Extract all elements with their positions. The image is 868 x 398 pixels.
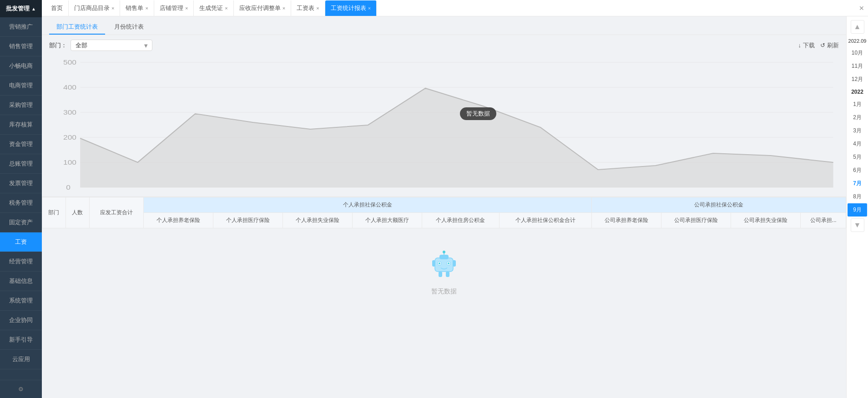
table-empty-row: 暂无数据 — [42, 228, 846, 314]
sidebar-footer[interactable]: ⚙ — [0, 380, 42, 398]
tab-close-icon-3[interactable]: × — [185, 5, 188, 11]
refresh-button[interactable]: ↺ 刷新 — [820, 41, 839, 50]
sub-tab-0[interactable]: 部门工资统计表 — [49, 20, 105, 35]
svg-point-19 — [439, 262, 440, 264]
col-total-salary: 应发工资合计 — [89, 197, 143, 228]
chart-container: 0 100 200 300 400 500 — [49, 55, 839, 192]
tab-close-icon-1[interactable]: × — [111, 5, 114, 11]
col-company-pension: 公司承担养老保险 — [592, 213, 661, 228]
timeline-month-1[interactable]: 11月 — [848, 60, 868, 73]
col-dept: 部门 — [42, 197, 66, 228]
right-panel-down-button[interactable]: ▼ — [851, 218, 864, 232]
sidebar-item-销售管理[interactable]: 销售管理 — [0, 37, 42, 56]
sidebar-item-工资[interactable]: 工资 — [0, 232, 42, 252]
timeline-month-9[interactable]: 6月 — [848, 164, 868, 177]
stats-table: 部门 人数 应发工资合计 个人承担社保公积金 公司承担社保公积金 个人承担养老保… — [42, 197, 846, 314]
col-personal-pension: 个人承担养老保险 — [144, 213, 213, 228]
sidebar-item-固定资产[interactable]: 固定资产 — [0, 213, 42, 232]
sidebar-item-基础信息[interactable]: 基础信息 — [0, 272, 42, 291]
timeline-month-2[interactable]: 12月 — [848, 73, 868, 86]
sidebar-item-营销推广[interactable]: 营销推广 — [0, 17, 42, 37]
svg-rect-14 — [439, 255, 449, 259]
download-icon: ↓ — [798, 42, 802, 49]
sidebar-item-小畅电商[interactable]: 小畅电商 — [0, 56, 42, 76]
top-tabs-bar: 首页门店商品目录×销售单×店铺管理×生成凭证×应收应付调整单×工资表×工资统计报… — [42, 0, 868, 16]
svg-text:300: 300 — [63, 109, 76, 116]
col-company-medical: 公司承担医疗保险 — [661, 213, 731, 228]
svg-rect-23 — [439, 272, 442, 277]
tab-close-icon-5[interactable]: × — [283, 5, 285, 11]
sidebar-item-新手引导[interactable]: 新手引导 — [0, 330, 42, 350]
content-inner: 部门工资统计表月份统计表 部门： 全部 ▼ ↓ 下载 — [42, 16, 868, 398]
col-group-personal: 个人承担社保公积金 — [144, 197, 592, 213]
sidebar-item-税务管理[interactable]: 税务管理 — [0, 193, 42, 213]
right-panel: ▲ 2022.0910月11月12月20221月2月3月4月5月6月7月8月9月… — [846, 16, 868, 398]
toolbar-left: 部门： 全部 ▼ — [49, 40, 152, 51]
col-personal-unemployment: 个人承担失业保险 — [283, 213, 353, 228]
top-tab-5[interactable]: 应收应付调整单× — [234, 0, 291, 16]
content-main: 部门工资统计表月份统计表 部门： 全部 ▼ ↓ 下载 — [42, 16, 846, 398]
table-area[interactable]: 部门 人数 应发工资合计 个人承担社保公积金 公司承担社保公积金 个人承担养老保… — [42, 196, 846, 398]
top-tab-7[interactable]: 工资统计报表× — [325, 0, 377, 16]
top-tab-6[interactable]: 工资表× — [291, 0, 325, 16]
timeline-month-5[interactable]: 2月 — [848, 111, 868, 124]
tab-close-icon-4[interactable]: × — [225, 5, 227, 11]
col-company-more: 公司承担... — [801, 213, 846, 228]
svg-text:500: 500 — [63, 59, 76, 66]
empty-robot-icon — [426, 247, 462, 283]
toolbar-right: ↓ 下载 ↺ 刷新 — [798, 41, 839, 50]
timeline-month-8[interactable]: 5月 — [848, 151, 868, 164]
right-panel-up-button[interactable]: ▲ — [851, 20, 864, 34]
timeline-month-10[interactable]: 7月 — [848, 177, 868, 190]
sidebar-item-企业协同[interactable]: 企业协同 — [0, 311, 42, 330]
svg-rect-21 — [432, 260, 435, 267]
sidebar-title: 批发管理 — [6, 5, 30, 13]
sub-tab-1[interactable]: 月份统计表 — [107, 20, 151, 35]
sidebar-item-资金管理[interactable]: 资金管理 — [0, 135, 42, 154]
col-group-company: 公司承担社保公积金 — [592, 197, 846, 213]
download-button[interactable]: ↓ 下载 — [798, 41, 815, 50]
col-personal-serious-medical: 个人承担大额医疗 — [353, 213, 422, 228]
empty-text: 暂无数据 — [431, 287, 457, 296]
dept-select[interactable]: 全部 — [71, 40, 152, 51]
svg-point-16 — [443, 251, 445, 253]
svg-rect-22 — [453, 260, 456, 267]
chart-area: 0 100 200 300 400 500 — [42, 55, 846, 196]
top-tab-2[interactable]: 销售单× — [120, 0, 154, 16]
svg-text:200: 200 — [63, 134, 76, 141]
svg-text:100: 100 — [63, 159, 76, 166]
col-company-unemployment: 公司承担失业保险 — [731, 213, 801, 228]
svg-text:400: 400 — [63, 84, 76, 91]
dept-label: 部门： — [49, 41, 67, 50]
sidebar-item-采购管理[interactable]: 采购管理 — [0, 96, 42, 115]
top-tab-3[interactable]: 店铺管理× — [154, 0, 194, 16]
svg-marker-12 — [80, 88, 833, 187]
sidebar-header[interactable]: 批发管理 ▲ — [0, 0, 42, 17]
timeline-month-7[interactable]: 4月 — [848, 137, 868, 151]
sidebar-item-经营管理[interactable]: 经营管理 — [0, 252, 42, 272]
close-window-button[interactable]: ✕ — [859, 5, 864, 12]
sidebar-item-发票管理[interactable]: 发票管理 — [0, 174, 42, 193]
timeline-month-0[interactable]: 10月 — [848, 46, 868, 60]
col-personal-housing-fund: 个人承担住房公积金 — [422, 213, 500, 228]
top-tab-0[interactable]: 首页 — [45, 0, 69, 16]
timeline-month-11[interactable]: 8月 — [848, 190, 868, 203]
sidebar-item-系统管理[interactable]: 系统管理 — [0, 291, 42, 311]
tab-close-icon-7[interactable]: × — [368, 5, 371, 11]
tab-close-icon-2[interactable]: × — [145, 5, 148, 11]
sidebar-item-云应用[interactable]: 云应用 — [0, 350, 42, 369]
tab-close-icon-6[interactable]: × — [316, 5, 319, 11]
sidebar-item-电商管理[interactable]: 电商管理 — [0, 76, 42, 96]
sidebar-toggle-icon: ▲ — [31, 6, 36, 11]
top-tab-1[interactable]: 门店商品目录× — [69, 0, 120, 16]
refresh-label: 刷新 — [827, 41, 839, 50]
sidebar-item-库存核算[interactable]: 库存核算 — [0, 115, 42, 135]
toolbar: 部门： 全部 ▼ ↓ 下载 ↺ 刷新 — [42, 35, 846, 55]
timeline-month-3[interactable]: 2022 — [848, 86, 868, 98]
sidebar-item-总账管理[interactable]: 总账管理 — [0, 154, 42, 174]
timeline-month-6[interactable]: 3月 — [848, 124, 868, 137]
top-tab-4[interactable]: 生成凭证× — [194, 0, 233, 16]
refresh-icon: ↺ — [820, 42, 825, 49]
timeline-month-4[interactable]: 1月 — [848, 98, 868, 111]
timeline-month-12[interactable]: 9月 — [848, 203, 868, 217]
